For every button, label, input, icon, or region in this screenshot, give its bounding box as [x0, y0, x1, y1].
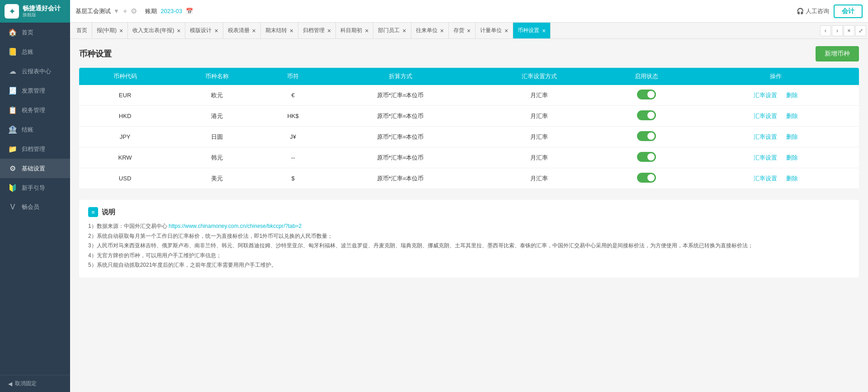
period-label: 账期 [145, 7, 157, 15]
col-symbol: 币符 [263, 68, 323, 85]
project-selector[interactable]: 基层工会测试 ▼ [75, 7, 119, 15]
pin-label: 取消固定 [15, 380, 37, 387]
tab-account[interactable]: 科目期初 × [336, 23, 373, 39]
sidebar: ✦ 畅捷通好会计 旗舰版 🏠 首页 📒 总账 ☁ 云报表中心 🧾 发票管理 📋 … [0, 0, 70, 392]
sidebar-item-label: 总账 [22, 48, 33, 56]
action-delete-KRW[interactable]: 删除 [786, 154, 798, 161]
tab-template[interactable]: 模版设计 × [185, 23, 223, 39]
cell-rate-type: 月汇率 [477, 85, 601, 106]
notes-title: 说明 [102, 208, 115, 217]
tab-inventory[interactable]: 存货 × [449, 23, 476, 39]
tab-dept-close[interactable]: × [402, 27, 406, 34]
tab-archive[interactable]: 归档管理 × [298, 23, 336, 39]
service-label: 人工咨询 [806, 7, 829, 15]
sidebar-item-settings[interactable]: ⚙ 基础设置 [0, 159, 70, 178]
action-rate-setting-KRW[interactable]: 汇率设置 [754, 154, 777, 161]
cell-method: 原币*汇率=本位币 [323, 147, 477, 168]
notes-section: ≡ 说明 1）数据来源：中国外汇交易中心 https://www.chinamo… [79, 200, 859, 278]
settings-gear-icon[interactable]: ⚙ [131, 7, 137, 15]
tab-expand-button[interactable]: ⤢ [855, 25, 866, 36]
settlement-icon: 🏦 [8, 125, 17, 134]
tab-tax-close[interactable]: × [252, 27, 256, 34]
cell-name: 欧元 [171, 85, 263, 106]
cell-status [601, 147, 693, 168]
dropdown-icon: ▼ [113, 8, 119, 14]
toggle-enabled-KRW[interactable] [637, 152, 656, 162]
action-rate-setting-JPY[interactable]: 汇率设置 [754, 133, 777, 140]
table-row: USD 美元 $ 原币*汇率=本位币 月汇率 汇率设置 删除 [79, 168, 859, 189]
tab-supplier-close[interactable]: × [440, 27, 444, 34]
sidebar-item-home[interactable]: 🏠 首页 [0, 23, 70, 42]
notes-link[interactable]: https://www.chinamoney.com.cn/chinese/bk… [169, 223, 302, 229]
tab-period[interactable]: 报(中期) × [92, 23, 128, 39]
tab-close-all-button[interactable]: × [844, 25, 854, 36]
new-currency-button[interactable]: 新增币种 [816, 46, 859, 61]
tab-period-close[interactable]: × [119, 27, 123, 34]
col-rate-type: 汇率设置方式 [477, 68, 601, 85]
tab-closing[interactable]: 期末结转 × [261, 23, 298, 39]
action-rate-setting-USD[interactable]: 汇率设置 [754, 175, 777, 182]
member-icon: V [8, 203, 17, 211]
sidebar-item-reports[interactable]: ☁ 云报表中心 [0, 61, 70, 81]
cell-status [601, 85, 693, 106]
action-delete-USD[interactable]: 删除 [786, 175, 798, 182]
tab-template-close[interactable]: × [214, 27, 218, 34]
tab-unit-close[interactable]: × [505, 27, 508, 34]
service-button[interactable]: 🎧 人工咨询 [797, 7, 829, 15]
toggle-enabled-HKD[interactable] [637, 110, 656, 120]
tab-supplier[interactable]: 往来单位 × [411, 23, 449, 39]
main-area: 基层工会测试 ▼ + ⚙ 账期 2023-03 📅 🎧 人工咨询 会计 首页 报… [70, 0, 868, 392]
cell-symbol: $ [263, 168, 323, 189]
sidebar-item-guide[interactable]: 🔰 新手引导 [0, 178, 70, 198]
tab-inventory-label: 存货 [453, 27, 464, 34]
calendar-icon: 📅 [186, 8, 193, 14]
cell-actions: 汇率设置 删除 [693, 147, 859, 168]
tab-home[interactable]: 首页 [72, 23, 92, 39]
action-delete-EUR[interactable]: 删除 [786, 92, 798, 99]
tab-unit[interactable]: 计量单位 × [476, 23, 513, 39]
cell-method: 原币*汇率=本位币 [323, 127, 477, 147]
sidebar-pin-toggle[interactable]: ◀ 取消固定 [0, 375, 70, 392]
cell-actions: 汇率设置 删除 [693, 168, 859, 189]
tab-inventory-close[interactable]: × [467, 27, 471, 34]
sidebar-item-archive[interactable]: 📁 归档管理 [0, 139, 70, 159]
action-delete-JPY[interactable]: 删除 [786, 133, 798, 140]
sidebar-item-settlement[interactable]: 🏦 结账 [0, 120, 70, 139]
sidebar-item-ledger[interactable]: 📒 总账 [0, 42, 70, 61]
tab-tax[interactable]: 税表清册 × [223, 23, 261, 39]
cell-status [601, 127, 693, 147]
tab-archive-close[interactable]: × [327, 27, 331, 34]
toggle-enabled-USD[interactable] [637, 173, 656, 183]
tab-closing-close[interactable]: × [290, 27, 293, 34]
period-value: 2023-03 [160, 8, 182, 14]
toggle-enabled-JPY[interactable] [637, 131, 656, 141]
kuaiji-button[interactable]: 会计 [834, 5, 863, 18]
tab-dept-label: 部门员工 [378, 27, 400, 34]
tab-next-button[interactable]: › [832, 25, 843, 36]
col-method: 折算方式 [323, 68, 477, 85]
action-rate-setting-EUR[interactable]: 汇率设置 [754, 92, 777, 99]
tab-income-close[interactable]: × [177, 27, 180, 34]
toggle-enabled-EUR[interactable] [637, 90, 656, 99]
action-delete-HKD[interactable]: 删除 [786, 113, 798, 119]
note-item: 4）无官方牌价的币种，可以用用户手工维护汇率信息； [88, 251, 850, 261]
note-item: 3）人民币对马来西亚林吉特、俄罗斯卢布、南非兰特、韩元、阿联酋迪拉姆、沙特里亚尔… [88, 241, 850, 251]
cell-rate-type: 月汇率 [477, 106, 601, 127]
tab-dept[interactable]: 部门员工 × [373, 23, 411, 39]
sidebar-item-tax[interactable]: 📋 税务管理 [0, 100, 70, 120]
tax-icon: 📋 [8, 106, 17, 114]
sidebar-item-member[interactable]: V 畅会员 [0, 198, 70, 217]
cell-rate-type: 月汇率 [477, 147, 601, 168]
tab-income[interactable]: 收入支出表(年报) × [128, 23, 185, 39]
tab-period-label: 报(中期) [97, 27, 117, 34]
tab-currency-close[interactable]: × [542, 27, 546, 34]
action-rate-setting-HKD[interactable]: 汇率设置 [754, 113, 777, 119]
tab-prev-button[interactable]: ‹ [820, 25, 831, 36]
project-name: 基层工会测试 [75, 7, 111, 15]
cell-actions: 汇率设置 删除 [693, 127, 859, 147]
ledger-icon: 📒 [8, 47, 17, 56]
add-icon[interactable]: + [123, 7, 127, 15]
tab-account-close[interactable]: × [365, 27, 368, 34]
sidebar-item-invoice[interactable]: 🧾 发票管理 [0, 81, 70, 100]
tab-currency[interactable]: 币种设置 × [513, 23, 551, 39]
